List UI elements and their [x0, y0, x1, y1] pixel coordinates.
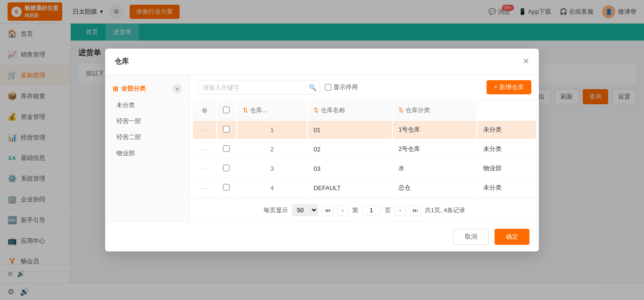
- dialog-pagination: 每页显示 50 10 20 100 ⏮ ‹ 第 页 › ⏭ 共1页, 4条记录: [190, 198, 539, 222]
- col-code-header: ⇅ 仓库...: [237, 101, 307, 120]
- dialog-right: 🔍 显示停用 + 新增仓库 ⚙: [190, 75, 539, 222]
- col-name-header: ⇅ 仓库名称: [308, 101, 392, 120]
- add-warehouse-button[interactable]: + 新增仓库: [487, 80, 531, 94]
- select-all-checkbox[interactable]: [223, 107, 230, 113]
- row-category: 物业部: [478, 159, 536, 178]
- col-category-header: ⇅ 仓库分类: [393, 101, 477, 120]
- show-disabled-checkbox[interactable]: [325, 84, 331, 91]
- last-page-button[interactable]: ⏭: [410, 205, 421, 216]
- row-checkbox-cell: [217, 121, 236, 139]
- row-category: 未分类: [478, 140, 536, 158]
- first-page-button[interactable]: ⏮: [322, 205, 333, 216]
- page-input[interactable]: [362, 205, 381, 216]
- dialog-overlay: 仓库 ✕ ⊞ 全部分类 « 未分类 经营一部 经营二部 物业部: [0, 0, 644, 300]
- col-settings-header: ⚙: [193, 101, 216, 120]
- row-name-code: DEFAULT: [308, 179, 392, 197]
- dialog-header: 仓库 ✕: [105, 49, 539, 75]
- dialog-toolbar: 🔍 显示停用 + 新增仓库: [190, 75, 539, 100]
- row-checkbox[interactable]: [223, 126, 230, 133]
- row-warehouse-name: 1号仓库: [393, 121, 477, 139]
- row-code: 3: [237, 159, 307, 178]
- cat-item-ops1[interactable]: 经营一部: [105, 113, 190, 129]
- dialog-body: ⊞ 全部分类 « 未分类 经营一部 经营二部 物业部 🔍: [105, 75, 539, 222]
- row-checkbox[interactable]: [223, 145, 230, 152]
- grid-icon: ⊞: [113, 85, 118, 92]
- gear-header-icon: ⚙: [202, 107, 207, 114]
- row-category: 未分类: [478, 179, 536, 197]
- row-category: 未分类: [478, 121, 536, 139]
- prev-page-button[interactable]: ‹: [337, 205, 348, 216]
- table-row[interactable]: ··· 3 03 水 物业部: [193, 159, 536, 178]
- warehouse-table: ⚙ ⇅ 仓库... ⇅: [192, 100, 537, 198]
- row-name-code: 03: [308, 159, 392, 178]
- sort-name-icon: ⇅: [314, 107, 319, 114]
- next-page-button[interactable]: ›: [395, 205, 406, 216]
- show-disabled-wrap: 显示停用: [325, 83, 358, 92]
- cancel-button[interactable]: 取消: [453, 229, 489, 245]
- dialog-title: 仓库: [115, 57, 129, 66]
- table-row[interactable]: ··· 2 02 2号仓库 未分类: [193, 140, 536, 158]
- row-checkbox-cell: [217, 179, 236, 197]
- row-more-btn[interactable]: ···: [193, 159, 216, 178]
- search-input-wrap: 🔍: [198, 81, 320, 94]
- sort-icon: ⇅: [243, 107, 248, 114]
- col-checkbox-header: [217, 101, 236, 120]
- row-more-btn[interactable]: ···: [193, 179, 216, 197]
- row-checkbox[interactable]: [223, 184, 230, 191]
- table-row[interactable]: ··· 4 DEFAULT 总仓 未分类: [193, 179, 536, 197]
- row-name-code: 01: [308, 121, 392, 139]
- cat-item-uncat[interactable]: 未分类: [105, 97, 190, 113]
- collapse-button[interactable]: «: [173, 84, 182, 93]
- row-checkbox-cell: [217, 159, 236, 178]
- sort-cat-icon: ⇅: [398, 107, 404, 114]
- row-more-btn[interactable]: ···: [193, 140, 216, 158]
- warehouse-table-wrap: ⚙ ⇅ 仓库... ⇅: [190, 100, 539, 198]
- row-code: 2: [237, 140, 307, 158]
- dialog-footer: 取消 确定: [105, 222, 539, 251]
- row-code: 1: [237, 121, 307, 139]
- all-categories[interactable]: ⊞ 全部分类 «: [105, 80, 190, 97]
- dialog-close-button[interactable]: ✕: [522, 56, 529, 67]
- confirm-button[interactable]: 确定: [495, 229, 529, 245]
- row-warehouse-name: 总仓: [393, 179, 477, 197]
- row-name-code: 02: [308, 140, 392, 158]
- row-code: 4: [237, 179, 307, 197]
- row-warehouse-name: 2号仓库: [393, 140, 477, 158]
- row-checkbox-cell: [217, 140, 236, 158]
- row-checkbox[interactable]: [223, 165, 230, 171]
- cat-item-ops2[interactable]: 经营二部: [105, 129, 190, 145]
- table-row[interactable]: ··· 1 01 1号仓库 未分类: [193, 121, 536, 139]
- cat-item-property[interactable]: 物业部: [105, 145, 190, 161]
- row-warehouse-name: 水: [393, 159, 477, 178]
- warehouse-dialog: 仓库 ✕ ⊞ 全部分类 « 未分类 经营一部 经营二部 物业部: [105, 49, 539, 251]
- search-input[interactable]: [198, 81, 320, 94]
- search-icon[interactable]: 🔍: [309, 84, 316, 91]
- page-size-select[interactable]: 50 10 20 100: [292, 204, 318, 216]
- row-more-btn[interactable]: ···: [193, 121, 216, 139]
- dialog-categories: ⊞ 全部分类 « 未分类 经营一部 经营二部 物业部: [105, 75, 190, 222]
